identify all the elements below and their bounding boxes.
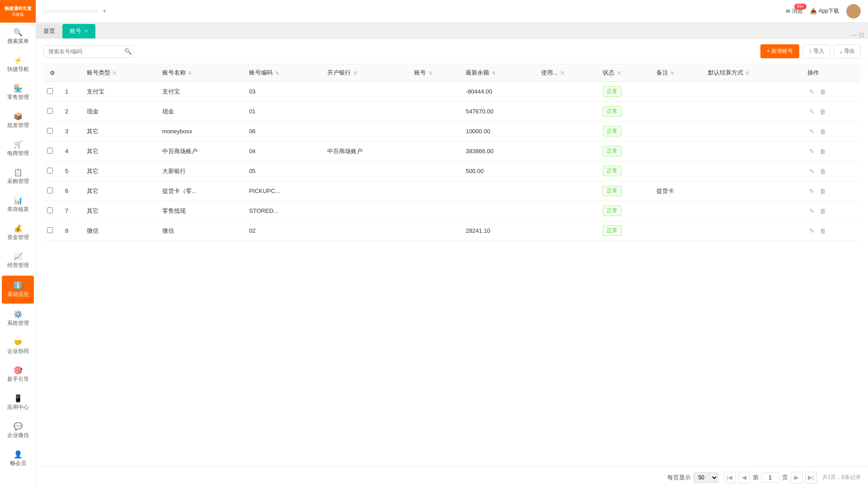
page-label: 第: [753, 474, 759, 482]
delete-button[interactable]: 🗑: [818, 187, 828, 196]
dropdown-icon[interactable]: ▾: [103, 8, 106, 14]
col-bank[interactable]: 开户银行 ⇅: [324, 64, 410, 82]
app-center-icon: 📱: [14, 394, 23, 403]
main-area: ▾ ✉ 消息 99+ 📥 App下载 首页 账号 ✕ — ⊡: [36, 0, 868, 488]
sidebar-item-purchase[interactable]: 📋 采购管理: [0, 163, 36, 191]
row-checkbox[interactable]: [47, 88, 53, 94]
import-button[interactable]: ↑ 导入: [803, 44, 830, 58]
row-checkbox-cell[interactable]: [43, 141, 61, 161]
delete-button[interactable]: 🗑: [818, 87, 828, 96]
col-balance[interactable]: 最新余额 ⇅: [462, 64, 538, 82]
tab-home[interactable]: 首页: [36, 24, 62, 38]
page-suffix: 页: [782, 474, 788, 482]
table-row: 8 微信 微信 02 28241.10 正常 ✎ 🗑: [43, 221, 861, 241]
sidebar-item-wechat[interactable]: 💬 企业微信: [0, 417, 36, 445]
row-checkbox[interactable]: [47, 188, 53, 193]
sidebar-item-label: 企业微信: [7, 432, 29, 439]
page-size-dropdown[interactable]: 50 10 20 100: [693, 472, 718, 483]
edit-button[interactable]: ✎: [807, 147, 816, 156]
edit-button[interactable]: ✎: [807, 107, 816, 116]
row-checkbox-cell[interactable]: [43, 102, 61, 122]
row-type: 其它: [83, 122, 159, 141]
search-input[interactable]: [44, 46, 121, 57]
row-checkbox[interactable]: [47, 148, 53, 154]
delete-button[interactable]: 🗑: [818, 167, 828, 176]
sidebar-item-app-center[interactable]: 📱 应用中心: [0, 389, 36, 417]
sidebar-item-label: 零售管理: [7, 94, 29, 101]
row-checkbox-cell[interactable]: [43, 201, 61, 221]
edit-button[interactable]: ✎: [807, 127, 816, 136]
page-number-input[interactable]: [761, 473, 779, 483]
row-default-settle: [704, 181, 804, 201]
tab-maximize-button[interactable]: ⊡: [859, 31, 864, 38]
sidebar-item-system[interactable]: ⚙️ 系统管理: [0, 305, 36, 333]
sidebar-item-member[interactable]: 👤 畅会员: [0, 445, 36, 473]
sidebar-item-agreement[interactable]: 🤝 企业协同: [0, 333, 36, 361]
delete-button[interactable]: 🗑: [818, 147, 828, 156]
row-checkbox-cell[interactable]: [43, 221, 61, 241]
export-icon: ↓: [840, 48, 842, 55]
row-code: 05: [245, 161, 324, 181]
col-default-settle[interactable]: 默认结算方式 ⇅: [704, 64, 804, 82]
page-next-button[interactable]: ▶: [791, 472, 802, 483]
sidebar-item-capital[interactable]: 💰 资金管理: [0, 219, 36, 247]
sidebar-item-guide[interactable]: 🎯 新手引导: [0, 361, 36, 389]
top-left: ▾: [43, 8, 106, 14]
col-settings[interactable]: ⚙: [43, 64, 61, 82]
tab-minimize-button[interactable]: —: [851, 31, 857, 38]
sidebar-item-ecommerce[interactable]: 🛒 电商管理: [0, 135, 36, 163]
row-checkbox-cell[interactable]: [43, 161, 61, 181]
row-checkbox-cell[interactable]: [43, 122, 61, 141]
col-status[interactable]: 状态 ⇅: [599, 64, 653, 82]
add-account-button[interactable]: + 新增账号: [760, 44, 799, 58]
page-last-button[interactable]: ▶|: [805, 472, 817, 483]
col-account[interactable]: 账号 ⇅: [410, 64, 462, 82]
edit-button[interactable]: ✎: [807, 167, 816, 176]
page-nav: |◀ ◀ 第 页 ▶ ▶|: [724, 472, 817, 483]
row-checkbox-cell[interactable]: [43, 82, 61, 102]
user-avatar[interactable]: [846, 4, 861, 19]
delete-button[interactable]: 🗑: [818, 206, 828, 216]
sidebar-item-wholesale[interactable]: 📦 批发管理: [0, 107, 36, 135]
col-type[interactable]: 账号类型 ⇅: [83, 64, 159, 82]
edit-button[interactable]: ✎: [807, 206, 816, 216]
page-first-button[interactable]: |◀: [724, 472, 736, 483]
delete-button[interactable]: 🗑: [818, 226, 828, 235]
col-remark[interactable]: 备注 ⇅: [653, 64, 704, 82]
tab-close-icon[interactable]: ✕: [84, 28, 88, 34]
message-button[interactable]: ✉ 消息 99+: [786, 7, 803, 15]
row-type: 现金: [83, 102, 159, 122]
table-row: 3 其它 moneybosx 06 10000.00 正常 ✎ 🗑: [43, 122, 861, 141]
row-name: 中百商场账户: [159, 141, 245, 161]
row-checkbox[interactable]: [47, 108, 53, 114]
row-checkbox[interactable]: [47, 207, 53, 213]
col-code[interactable]: 账号编码 ⇅: [245, 64, 324, 82]
sidebar-item-basic[interactable]: ℹ️ 基础信息: [2, 276, 34, 304]
sidebar-item-operations[interactable]: 📈 经营管理: [0, 247, 36, 275]
sidebar-item-quick[interactable]: ⚡ 快捷导航: [0, 51, 36, 79]
row-balance: [462, 181, 538, 201]
export-button[interactable]: ↓ 导出: [834, 44, 861, 58]
row-checkbox[interactable]: [47, 168, 53, 174]
sidebar-item-search[interactable]: 🔍 搜索菜单: [0, 23, 36, 51]
sidebar-item-inventory[interactable]: 📊 库存核算: [0, 191, 36, 219]
edit-button[interactable]: ✎: [807, 226, 816, 235]
row-default-settle: [704, 201, 804, 221]
delete-button[interactable]: 🗑: [818, 107, 828, 116]
row-checkbox[interactable]: [47, 128, 53, 134]
edit-button[interactable]: ✎: [807, 87, 816, 96]
page-prev-button[interactable]: ◀: [738, 472, 750, 483]
search-button[interactable]: 🔍: [121, 46, 134, 56]
edit-button[interactable]: ✎: [807, 187, 816, 196]
col-name[interactable]: 账号名称 ⇅: [159, 64, 245, 82]
sidebar-item-label: 系统管理: [7, 319, 29, 327]
col-usage[interactable]: 使用... ⇅: [538, 64, 599, 82]
row-account: [410, 201, 462, 221]
row-checkbox[interactable]: [47, 227, 53, 233]
delete-button[interactable]: 🗑: [818, 127, 828, 136]
app-download-button[interactable]: 📥 App下载: [810, 7, 839, 15]
row-checkbox-cell[interactable]: [43, 181, 61, 201]
sidebar-item-retail[interactable]: 🏪 零售管理: [0, 79, 36, 107]
tab-account[interactable]: 账号 ✕: [62, 24, 95, 38]
import-label: 导入: [813, 47, 824, 55]
